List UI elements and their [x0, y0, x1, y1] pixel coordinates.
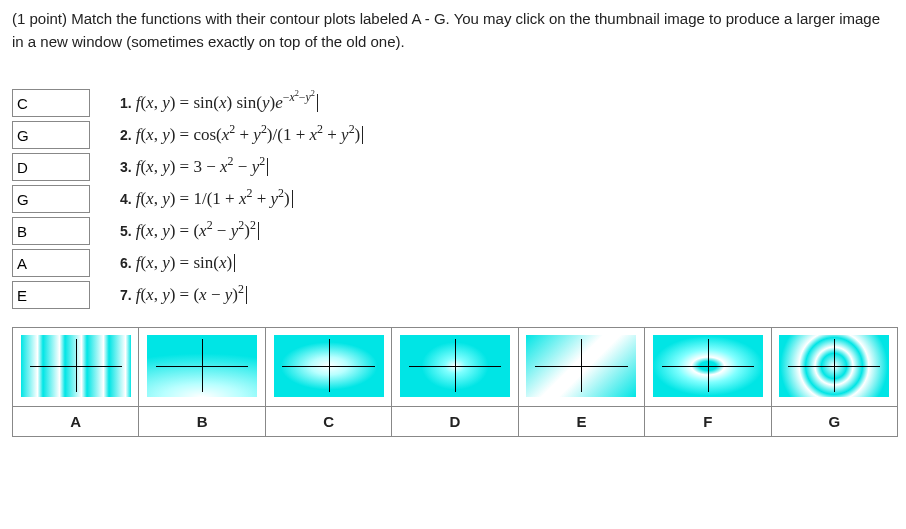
contour-plot-thumbnail[interactable]	[779, 335, 889, 397]
thumbnail-label-e: E	[518, 407, 644, 437]
contour-plot-thumbnail[interactable]	[147, 335, 257, 397]
answer-input-1[interactable]	[12, 89, 90, 117]
contour-plot-thumbnail[interactable]	[400, 335, 510, 397]
thumbnail-label-a: A	[13, 407, 139, 437]
thumbnail-cell-b[interactable]	[139, 328, 265, 407]
match-row: 4.f(x, y) = 1/(1 + x2 + y2)	[12, 185, 894, 213]
question-body: Match the functions with their contour p…	[12, 10, 880, 50]
equation-number: 3.	[120, 159, 132, 175]
equation-number: 2.	[120, 127, 132, 143]
equation-number: 6.	[120, 255, 132, 271]
match-row: 7.f(x, y) = (x − y)2	[12, 281, 894, 309]
question-text: (1 point) Match the functions with their…	[12, 8, 894, 53]
thumbnail-label-f: F	[645, 407, 771, 437]
contour-plot-thumbnail[interactable]	[21, 335, 131, 397]
thumbnail-label-c: C	[265, 407, 391, 437]
cursor-bar-icon	[258, 222, 259, 240]
thumbnail-label-b: B	[139, 407, 265, 437]
cursor-bar-icon	[317, 94, 318, 112]
answer-input-6[interactable]	[12, 249, 90, 277]
cursor-bar-icon	[246, 286, 247, 304]
thumbnail-cell-c[interactable]	[265, 328, 391, 407]
cursor-bar-icon	[292, 190, 293, 208]
thumbnail-cell-f[interactable]	[645, 328, 771, 407]
match-row: 3.f(x, y) = 3 − x2 − y2	[12, 153, 894, 181]
cursor-bar-icon	[267, 158, 268, 176]
thumbnail-label-g: G	[771, 407, 897, 437]
equation-number: 5.	[120, 223, 132, 239]
equation-text: f(x, y) = sin(x)	[136, 253, 232, 273]
thumbnail-label-d: D	[392, 407, 518, 437]
match-row: 5.f(x, y) = (x2 − y2)2	[12, 217, 894, 245]
answer-input-4[interactable]	[12, 185, 90, 213]
thumbnails-table: ABCDEFG	[12, 327, 898, 437]
equation-text: f(x, y) = 3 − x2 − y2	[136, 157, 265, 177]
cursor-bar-icon	[234, 254, 235, 272]
question-points: (1 point)	[12, 10, 71, 27]
contour-plot-thumbnail[interactable]	[653, 335, 763, 397]
answer-input-7[interactable]	[12, 281, 90, 309]
cursor-bar-icon	[362, 126, 363, 144]
thumbnail-cell-d[interactable]	[392, 328, 518, 407]
match-row: 2.f(x, y) = cos(x2 + y2)/(1 + x2 + y2)	[12, 121, 894, 149]
equation-number: 4.	[120, 191, 132, 207]
equation-number: 7.	[120, 287, 132, 303]
equation-text: f(x, y) = sin(x) sin(y)e−x2−y2	[136, 93, 315, 113]
thumbnail-cell-a[interactable]	[13, 328, 139, 407]
equation-text: f(x, y) = (x2 − y2)2	[136, 221, 256, 241]
thumbnails-row	[13, 328, 898, 407]
thumbnails-label-row: ABCDEFG	[13, 407, 898, 437]
equation-text: f(x, y) = 1/(1 + x2 + y2)	[136, 189, 290, 209]
equation-text: f(x, y) = cos(x2 + y2)/(1 + x2 + y2)	[136, 125, 361, 145]
equation-number: 1.	[120, 95, 132, 111]
match-row: 6.f(x, y) = sin(x)	[12, 249, 894, 277]
match-row: 1.f(x, y) = sin(x) sin(y)e−x2−y2	[12, 89, 894, 117]
contour-plot-thumbnail[interactable]	[526, 335, 636, 397]
answer-input-5[interactable]	[12, 217, 90, 245]
answer-input-3[interactable]	[12, 153, 90, 181]
contour-plot-thumbnail[interactable]	[274, 335, 384, 397]
answer-input-2[interactable]	[12, 121, 90, 149]
match-list: 1.f(x, y) = sin(x) sin(y)e−x2−y22.f(x, y…	[12, 89, 894, 309]
equation-text: f(x, y) = (x − y)2	[136, 285, 244, 305]
thumbnail-cell-e[interactable]	[518, 328, 644, 407]
thumbnail-cell-g[interactable]	[771, 328, 897, 407]
